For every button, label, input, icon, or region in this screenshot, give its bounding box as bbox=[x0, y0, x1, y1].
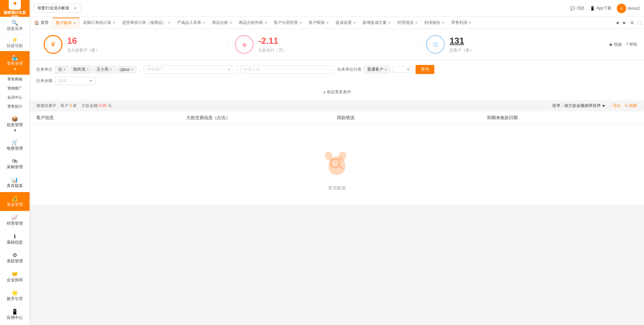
sidebar: ✦ 畅捷通好生意 标版 🔍 搜索菜单 ⚡ 快捷导航 🏪 零售管理 ▼ 零售商城 … bbox=[0, 0, 30, 325]
stat-label-3: 总客户（家） bbox=[449, 47, 474, 53]
download-icon: 📱 bbox=[590, 6, 595, 11]
sidebar-item-purchase[interactable]: 🛍 采购管理 bbox=[0, 155, 30, 173]
results-actions: 排序：按欠款金额倒序排序 ▼ ↑ 导出 ↻ 刷新 bbox=[552, 103, 637, 109]
close-tab-btn[interactable]: ✕ bbox=[299, 21, 302, 25]
messages-btn[interactable]: 💬 消息 bbox=[570, 5, 585, 11]
stats-row: ¥ 16 总欠款客户（家） ◆ -2.11 欠款合计（万） bbox=[30, 29, 644, 60]
filter-more-tags[interactable]: ... bbox=[138, 67, 141, 72]
tab-customer-tier[interactable]: 客户分层经营 ✕ bbox=[270, 17, 305, 28]
query-button[interactable]: 查询 bbox=[416, 65, 434, 74]
refresh-btn[interactable]: ↻ 刷新 bbox=[625, 103, 637, 109]
sidebar-logo: ✦ 畅捷通好生意 标版 bbox=[0, 0, 30, 17]
close-tab-btn[interactable]: ✕ bbox=[388, 21, 391, 25]
sidebar-item-retail[interactable]: 🏪 零售管理 ▼ bbox=[0, 51, 30, 75]
tab-business-status[interactable]: 经营情况 ✕ bbox=[394, 17, 421, 28]
stat-delinquent-customers: ¥ 16 总欠款客户（家） bbox=[36, 34, 227, 55]
results-bar: 搜索结果中，客户 0 家 欠款金额 0.00 元 排序：按欠款金额倒序排序 ▼ … bbox=[30, 100, 644, 111]
stat-label-2: 欠款合计（万） bbox=[258, 47, 287, 53]
close-tab-btn[interactable]: ✕ bbox=[415, 21, 418, 25]
close-tab-btn[interactable]: ✕ bbox=[168, 21, 170, 25]
app-download-btn[interactable]: 📱 App下载 bbox=[590, 5, 611, 11]
logo-text-line1: 畅捷通好生意 bbox=[4, 10, 26, 15]
export-icon: ↑ bbox=[610, 104, 612, 108]
video-btn[interactable]: ▶ 视频 bbox=[610, 42, 622, 47]
sort-arrow-icon: ▼ bbox=[602, 104, 606, 108]
delete-tag-chen[interactable]: ✕ bbox=[86, 68, 89, 71]
tab-profit-report[interactable]: 利润报告 ✕ bbox=[421, 17, 448, 28]
delete-tag-normal[interactable]: ✕ bbox=[384, 68, 387, 71]
tab-next-btn[interactable]: ▶ bbox=[621, 20, 628, 26]
sidebar-item-quicknav[interactable]: ⚡ 快捷导航 bbox=[0, 35, 30, 51]
sidebar-item-member[interactable]: 会员中心 bbox=[0, 93, 30, 102]
sidebar-item-search[interactable]: 🔍 搜索菜单 bbox=[0, 17, 30, 35]
tab-new-commission[interactable]: 新增提成方案 ✕ bbox=[359, 17, 394, 28]
sidebar-item-basicinfo[interactable]: ℹ 基础信息 bbox=[0, 230, 30, 249]
filter-tag-wu: 伍 ✕ bbox=[55, 66, 69, 73]
stat-value-1: 16 bbox=[67, 36, 99, 46]
sidebar-item-operations[interactable]: 📈 经营管理 bbox=[0, 211, 30, 230]
close-tab-btn[interactable]: ✕ bbox=[73, 21, 76, 25]
unit-filter-label: 往来单位 bbox=[36, 67, 52, 72]
tab-inbound-stat[interactable]: 进货单统计表（按商品） ✕ bbox=[119, 17, 174, 28]
export-btn[interactable]: ↑ 导出 bbox=[610, 103, 621, 109]
col-overdue-date: 到期未收款日期 bbox=[487, 115, 637, 121]
chevron-down-icon: ▼ bbox=[406, 68, 410, 71]
delete-tag-wang[interactable]: ✕ bbox=[110, 68, 112, 71]
close-tab-btn[interactable]: ✕ bbox=[326, 21, 329, 25]
close-tab-btn[interactable]: ✕ bbox=[469, 21, 471, 25]
tab-production-inbound[interactable]: 产成品入库单 ✕ bbox=[174, 17, 209, 28]
stat-total-customers: ⊞ 131 总客户（家） bbox=[419, 34, 610, 55]
empty-illustration bbox=[320, 151, 354, 182]
tab-expand-btn[interactable]: ⊞ bbox=[629, 20, 635, 26]
close-tab-btn[interactable]: ✕ bbox=[264, 21, 267, 25]
help-btn[interactable]: ? 帮助 bbox=[626, 42, 637, 47]
sort-selector[interactable]: 排序：按欠款金额倒序排序 ▼ bbox=[552, 103, 606, 109]
unit-class-select[interactable]: ▼ bbox=[393, 66, 413, 73]
user-avatar-area[interactable]: d demo2 bbox=[617, 4, 640, 13]
collapse-filters-btn[interactable]: ∧ 收起更多条件 bbox=[36, 88, 637, 96]
tab-product-analysis-list[interactable]: 商品分析列表 ✕ bbox=[235, 17, 270, 28]
person-placeholder: 分管人员 bbox=[244, 67, 260, 72]
tab-commission-setting[interactable]: 提成设置 ✕ bbox=[332, 17, 359, 28]
tab-home[interactable]: 🏠 首页 bbox=[31, 17, 52, 28]
table-empty-state: 暂无数据 bbox=[30, 124, 644, 205]
sidebar-item-enterprise[interactable]: 🤝 企业协同 bbox=[0, 267, 30, 286]
main-area: 母婴行业演示帐套 ▼ 💬 消息 📱 App下载 d demo2 🏠 首页 客户账… bbox=[30, 0, 644, 325]
tab-customer-ledger[interactable]: 客户账本 ✕ bbox=[52, 17, 80, 28]
tab-prev-btn[interactable]: ◀ bbox=[614, 20, 620, 26]
delete-tag-wu[interactable]: ✕ bbox=[63, 68, 66, 71]
sidebar-item-retailmall[interactable]: 零售商城 bbox=[0, 75, 30, 84]
close-tab-btn[interactable]: ✕ bbox=[229, 21, 232, 25]
page-content: ¥ 16 总欠款客户（家） ◆ -2.11 欠款合计（万） bbox=[30, 29, 644, 325]
sidebar-item-ecommerce[interactable]: 🛒 电商管理 bbox=[0, 136, 30, 155]
balance-placeholder: 选择... bbox=[58, 78, 70, 84]
tab-fullscreen-btn[interactable]: ⛶ bbox=[636, 20, 643, 26]
tab-purchase-order[interactable]: 采购订单统计表 ✕ bbox=[80, 17, 119, 28]
stat-value-3: 131 bbox=[449, 36, 474, 46]
sidebar-item-appcenter[interactable]: 📱 应用中心 bbox=[0, 305, 30, 324]
person-filter-input[interactable]: 分管人员 ··· bbox=[241, 65, 335, 74]
sidebar-item-retailstat[interactable]: 零售统计 bbox=[0, 102, 30, 111]
sidebar-item-inventory[interactable]: 📊 库存核算 bbox=[0, 173, 30, 192]
store-selector[interactable]: 母婴行业演示帐套 ▼ bbox=[34, 4, 81, 13]
col-customer-info: 客户信息 bbox=[36, 115, 186, 121]
dept-filter-input[interactable]: 分管部门 ▼ ··· bbox=[144, 65, 238, 74]
sidebar-item-marketing[interactable]: 营销推广 bbox=[0, 84, 30, 93]
close-tab-btn[interactable]: ✕ bbox=[203, 21, 205, 25]
balance-filter-select[interactable]: 选择... ▼ bbox=[55, 77, 95, 85]
tab-product-analysis[interactable]: 商品分析 ✕ bbox=[209, 17, 235, 28]
chevron-down-icon: ▼ bbox=[89, 79, 92, 83]
tab-retail-profit[interactable]: 零售利润 ✕ bbox=[448, 17, 475, 28]
stat-icon-1: ¥ bbox=[43, 34, 63, 55]
sidebar-item-newguide[interactable]: 🌟 新手引导 bbox=[0, 286, 30, 305]
close-tab-btn[interactable]: ✕ bbox=[353, 21, 356, 25]
video-icon: ▶ bbox=[610, 42, 613, 47]
sidebar-item-system[interactable]: ⚙ 系统管理 bbox=[0, 249, 30, 267]
sidebar-item-finance[interactable]: 💰 资金管理 bbox=[0, 192, 30, 211]
close-tab-btn[interactable]: ✕ bbox=[113, 21, 115, 25]
col-repayment: 回款情况 bbox=[337, 115, 487, 121]
delete-tag-cjttcw[interactable]: ✕ bbox=[131, 68, 133, 71]
tab-customer-contact[interactable]: 客户联络 ✕ bbox=[305, 17, 332, 28]
sidebar-item-wholesale[interactable]: 📦 批发管理 ▼ bbox=[0, 112, 30, 136]
close-tab-btn[interactable]: ✕ bbox=[442, 21, 444, 25]
